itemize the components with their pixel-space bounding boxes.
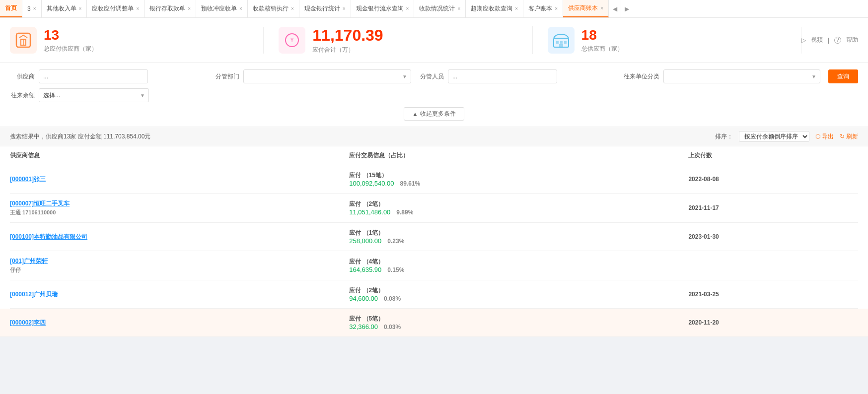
video-icon: ▷ [801, 37, 806, 44]
nav-tab-cashflow-label: 现金银行流水查询 [356, 4, 404, 13]
collapse-label: 收起更多条件 [420, 110, 456, 118]
nav-tab-cashflow[interactable]: 现金银行流水查询 × [351, 0, 415, 17]
supplier-link-5[interactable]: [000002]李四 [10, 319, 349, 327]
nav-tab-3-label: 3 [27, 5, 31, 12]
nav-tab-collection-stat[interactable]: 收款情况统计 × [414, 0, 466, 17]
payable-suppliers-number: 13 [44, 27, 97, 44]
supplier-info-0: [000001]张三 [10, 175, 349, 184]
table-row: [001]广州荣轩 仔仔 应付 （4笔） 164,635.90 0.15% [10, 251, 858, 280]
transaction-amount-2[interactable]: 258,000.00 [349, 237, 381, 245]
supplier-link-0[interactable]: [000001]张三 [10, 175, 349, 184]
nav-tab-3[interactable]: 3 × [22, 0, 42, 17]
transaction-label-4: 应付 （2笔） [349, 286, 688, 295]
transaction-info-0: 应付 （15笔） 100,092,540.00 89.61% [349, 171, 688, 187]
nav-tab-supplier[interactable]: 供应商账本 × [563, 0, 609, 17]
table-row: [000002]李四 应付 （5笔） 32,366.00 0.03% 2020-… [0, 309, 868, 337]
supplier-link-4[interactable]: [000012]广州贝瑞 [10, 290, 349, 299]
nav-tab-adjustment-close[interactable]: × [136, 6, 139, 11]
search-area: 供应商 分管部门 ▼ 分管人员 往来单位分类 ▼ 查询 [0, 63, 868, 127]
total-suppliers-icon [548, 27, 575, 54]
supplier-link-2[interactable]: [000100]本特勤油品有限公司 [10, 233, 349, 241]
nav-tab-payment[interactable]: 收款核销执行 × [248, 0, 299, 17]
supplier-link-3[interactable]: [001]广州荣轩 [10, 257, 349, 265]
category-select[interactable] [663, 69, 820, 83]
nav-tab-collection-stat-close[interactable]: × [457, 6, 460, 11]
export-label: 导出 [822, 132, 834, 141]
total-payable-text: 11,170.39 应付合计（万） [312, 26, 383, 54]
nav-tab-cashflow-close[interactable]: × [406, 6, 409, 11]
sort-label: 排序： [715, 132, 733, 141]
supplier-input[interactable] [39, 69, 148, 83]
table-row: [000012]广州贝瑞 应付 （2笔） 94,600.00 0.08% 202… [10, 280, 858, 309]
transaction-pct-5: 0.03% [384, 324, 401, 330]
transaction-amount-4[interactable]: 94,600.00 [349, 295, 378, 302]
nav-tab-bank-label: 银行存取款单 [149, 4, 185, 13]
transaction-amount-3[interactable]: 164,635.90 [349, 266, 381, 273]
nav-tab-cashbank-close[interactable]: × [343, 6, 346, 11]
dept-label: 分管部门 [215, 72, 239, 81]
person-input[interactable] [448, 69, 557, 83]
nav-arrow-left[interactable]: ◀ [609, 0, 621, 18]
nav-tab-3-close[interactable]: × [33, 6, 36, 11]
collapse-icon: ▲ [412, 111, 418, 118]
nav-tab-overdue[interactable]: 超期应收款查询 × [466, 0, 523, 17]
export-icon: ⬡ [815, 133, 820, 140]
lastpay-date-5: 2020-11-20 [688, 319, 719, 326]
lastpay-date-1: 2021-11-17 [688, 204, 719, 211]
transaction-amount-0[interactable]: 100,092,540.00 [349, 180, 394, 187]
table-container: 供应商信息 应付交易信息（占比） 上次付数 [000001]张三 应付 （15笔… [0, 146, 868, 337]
nav-tab-adjustment[interactable]: 应收应付调整单 × [87, 0, 145, 17]
nav-tab-prepay-label: 预收冲应收单 [201, 4, 237, 13]
collapse-button[interactable]: ▲ 收起更多条件 [404, 107, 464, 121]
total-payable-label: 应付合计（万） [312, 46, 383, 54]
refresh-label: 刷新 [846, 132, 858, 141]
supplier-link-1[interactable]: [000007]恒旺二手叉车 [10, 199, 349, 208]
total-suppliers-label: 总供应商（家） [581, 45, 623, 53]
supplier-info-2: [000100]本特勤油品有限公司 [10, 233, 349, 241]
sort-select[interactable]: 按应付余额倒序排序 [739, 131, 809, 142]
export-button[interactable]: ⬡ 导出 [815, 132, 834, 141]
dept-field: 分管部门 ▼ [215, 69, 411, 83]
category-label: 往来单位分类 [624, 72, 659, 81]
nav-tab-collection-stat-label: 收款情况统计 [419, 4, 455, 13]
transaction-amount-1[interactable]: 11,051,486.00 [349, 208, 390, 216]
nav-tab-payment-close[interactable]: × [291, 6, 294, 11]
search-button[interactable]: 查询 [828, 69, 858, 83]
result-bar: 搜索结果中，供应商13家 应付金额 111,703,854.00元 排序： 按应… [0, 127, 868, 146]
nav-tab-customer-close[interactable]: × [555, 6, 558, 11]
nav-tab-home[interactable]: 首页 [0, 0, 22, 17]
total-suppliers-number: 18 [581, 27, 623, 44]
payable-suppliers-icon [10, 27, 37, 54]
refresh-button[interactable]: ↻ 刷新 [840, 132, 858, 141]
dept-select[interactable] [243, 69, 411, 83]
balance-select[interactable]: 选择... [39, 88, 149, 102]
transaction-pct-0: 89.61% [400, 180, 421, 187]
nav-tab-bank[interactable]: 银行存取款单 × [145, 0, 196, 17]
nav-tab-prepay-close[interactable]: × [239, 6, 242, 11]
nav-tab-other-income-close[interactable]: × [79, 6, 82, 11]
nav-tab-cashbank[interactable]: 现金银行统计 × [299, 0, 351, 17]
nav-tab-bank-close[interactable]: × [188, 6, 191, 11]
lastpay-date-4: 2021-03-25 [688, 291, 719, 298]
nav-tab-overdue-close[interactable]: × [515, 6, 518, 11]
nav-tab-customer[interactable]: 客户账本 × [523, 0, 563, 17]
transaction-amount-5[interactable]: 32,366.00 [349, 323, 378, 330]
payable-suppliers-label: 总应付供应商（家） [44, 45, 97, 53]
nav-tab-other-income[interactable]: 其他收入单 × [42, 0, 87, 17]
top-navigation: 首页 3 × 其他收入单 × 应收应付调整单 × 银行存取款单 × 预收冲应收单… [0, 0, 868, 18]
nav-arrow-right[interactable]: ▶ [621, 0, 633, 18]
transaction-row-0: 100,092,540.00 89.61% [349, 180, 688, 187]
top-right-links: ▷ 视频 | ? 帮助 [801, 36, 858, 44]
transaction-info-2: 应付 （1笔） 258,000.00 0.23% [349, 229, 688, 245]
nav-tab-cashbank-label: 现金银行统计 [304, 4, 340, 13]
lastpay-date-0: 2022-08-08 [688, 176, 719, 183]
help-link[interactable]: 帮助 [846, 36, 858, 44]
transaction-info-5: 应付 （5笔） 32,366.00 0.03% [349, 315, 688, 330]
transaction-label-2: 应付 （1笔） [349, 229, 688, 237]
nav-tab-supplier-close[interactable]: × [600, 5, 603, 11]
supplier-info-1: [000007]恒旺二手叉车 王通 17106110000 [10, 199, 349, 216]
nav-tab-prepay[interactable]: 预收冲应收单 × [196, 0, 248, 17]
video-link[interactable]: 视频 [811, 36, 823, 44]
summary-bar: 13 总应付供应商（家） ¥ 11,170.39 应付合计（万） [0, 18, 868, 63]
table-header: 供应商信息 应付交易信息（占比） 上次付数 [10, 146, 858, 165]
